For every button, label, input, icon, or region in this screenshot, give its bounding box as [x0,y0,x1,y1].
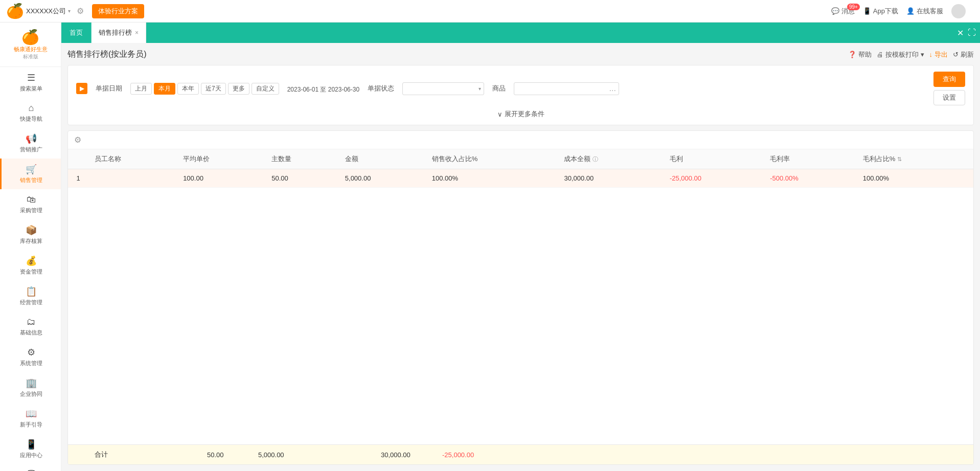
sidebar-item-finance-label: 资金管理 [20,268,42,276]
sidebar-item-marketing[interactable]: 📢 营销推广 [0,128,61,159]
guide-icon: 📖 [26,408,37,419]
trial-button[interactable]: 体验行业方案 [92,4,144,18]
date-prev-month[interactable]: 上月 [130,83,152,95]
purchase-icon: 🛍 [27,194,36,205]
footer-qty: 50.00 [207,451,258,459]
help-label: 帮助 [858,50,872,59]
sidebar-logo-text: 畅康通好生意 [14,46,48,53]
cell-gross-pct: 100.00% [857,169,973,188]
sidebar-item-enterprise-label: 企业协同 [20,390,42,398]
query-settings-group: 查询 设置 [933,72,965,105]
sidebar-item-system[interactable]: ⚙ 系统管理 [0,342,61,372]
refresh-label: 刷新 [961,50,974,59]
app-icon: 📱 [863,7,871,15]
date-more[interactable]: 更多 [228,83,249,95]
help-button[interactable]: ❓ 帮助 [848,50,872,59]
tab-home[interactable]: 首页 [61,23,92,43]
message-icon-wrapper[interactable]: 💬 消息 99+ [831,7,855,16]
sidebar-item-wechat[interactable]: 💬 企业微信 [0,464,61,471]
sidebar: 🍊 畅康通好生意 标准版 ☰ 搜索菜单 ⌂ 快捷导航 📢 营销推广 🛒 销售管理… [0,23,61,471]
col-gross-pct-label: 毛利占比% [863,155,896,163]
data-table: 员工名称 平均单价 主数量 金额 销售收入占比% 成本全额 ⓘ 毛利 [68,149,973,188]
export-button[interactable]: ↓ 导出 [929,50,948,59]
avatar[interactable] [951,4,966,18]
filter-right-group: 查询 设置 [929,72,965,105]
tab-sales-ranking[interactable]: 销售排行榜 × [92,23,146,43]
tab-bar: 首页 销售排行榜 × ✕ ⛶ [61,23,980,43]
table-row: 1 100.00 50.00 5,000.00 100.00% 30,000.0… [68,169,973,188]
table-toolbar-settings-icon[interactable]: ⚙ [74,135,81,145]
top-bar-right: 💬 消息 99+ 📱 App下载 👤 在线客服 [831,4,974,18]
tab-home-label: 首页 [70,28,83,37]
filter-settings-button[interactable]: 设置 [933,90,965,105]
sidebar-item-finance[interactable]: 💰 资金管理 [0,250,61,281]
col-rank [68,149,88,169]
status-label: 单据状态 [368,84,394,93]
expand-chevron: ∨ [497,110,503,118]
tab-close-icon[interactable]: × [135,29,139,36]
operations-icon: 📋 [26,286,37,297]
date-last7days[interactable]: 近7天 [201,83,226,95]
search-order-icon: ☰ [27,72,35,83]
sidebar-item-enterprise[interactable]: 🏢 企业协同 [0,372,61,403]
sidebar-item-guide[interactable]: 📖 新手引导 [0,403,61,434]
sidebar-logo-sub: 标准版 [23,53,38,60]
logo-icon: 🍊 [6,3,24,19]
cell-cost: 30,000.00 [558,169,663,188]
cell-gross: -25,000.00 [664,169,764,188]
gross-pct-sort-icon[interactable]: ⇅ [897,156,902,162]
tab-close-all-icon[interactable]: ✕ [957,28,964,38]
col-sales-pct-label: 销售收入占比% [432,155,478,163]
date-range: 2023-06-01 至 2023-06-30 [287,85,359,94]
status-select[interactable] [402,82,484,95]
sidebar-item-quick-nav[interactable]: ⌂ 快捷导航 [0,98,61,128]
company-selector[interactable]: 🍊 XXXXXX公司 ▾ [6,3,71,19]
sidebar-item-basic-info[interactable]: 🗂 基础信息 [0,311,61,342]
settings-icon[interactable]: ⚙ [77,6,84,16]
sidebar-logo-icon: 🍊 [21,29,39,46]
refresh-button[interactable]: ↺ 刷新 [953,50,974,59]
expand-label: 展开更多条件 [505,109,544,119]
date-this-month[interactable]: 本月 [154,83,175,95]
footer-cost: 30,000.00 [381,451,442,459]
print-label: 按模板打印 [885,50,919,59]
cell-sales-pct: 100.00% [426,169,558,188]
col-gross-rate: 毛利率 [764,149,856,169]
sidebar-item-guide-label: 新手引导 [20,421,42,429]
page-content: 销售排行榜(按业务员) ❓ 帮助 🖨 按模板打印 ▾ ↓ 导出 [61,43,980,471]
cell-amount: 5,000.00 [339,169,426,188]
enterprise-icon: 🏢 [26,377,37,389]
app-download[interactable]: 📱 App下载 [863,7,898,16]
tab-expand-icon[interactable]: ⛶ [968,28,976,37]
date-this-year[interactable]: 本年 [177,83,199,95]
print-button[interactable]: 🖨 按模板打印 ▾ [877,50,924,59]
online-service[interactable]: 👤 在线客服 [906,7,943,16]
sales-icon: 🛒 [26,164,37,175]
quick-nav-icon: ⌂ [29,103,34,114]
sidebar-item-sales-label: 销售管理 [20,176,42,184]
tab-bar-actions: ✕ ⛶ [957,28,980,38]
sidebar-item-sales[interactable]: 🛒 销售管理 [0,159,61,189]
cell-qty: 50.00 [265,169,339,188]
query-button[interactable]: 查询 [933,72,965,87]
cell-gross-rate: -500.00% [764,169,856,188]
goods-input-dots[interactable]: … [609,84,616,93]
export-icon: ↓ [929,51,933,58]
table-toolbar: ⚙ [68,131,973,149]
app-center-icon: 📱 [26,439,37,450]
filter-collapse-btn[interactable]: ▶ [76,83,87,94]
filter-row: ▶ 单据日期 上月 本月 本年 近7天 更多 自定义 2023-06-01 至 … [76,72,965,105]
expand-button[interactable]: ∨ 展开更多条件 [497,109,544,119]
sidebar-item-search-order[interactable]: ☰ 搜索菜单 [0,67,61,98]
goods-input-wrapper: … [514,82,619,95]
date-custom[interactable]: 自定义 [252,83,279,95]
sidebar-item-purchase[interactable]: 🛍 采购管理 [0,189,61,219]
sidebar-item-inventory[interactable]: 📦 库存核算 [0,219,61,250]
sidebar-item-operations[interactable]: 📋 经营管理 [0,281,61,311]
col-cost-label: 成本全额 [564,155,590,163]
cost-info-icon[interactable]: ⓘ [592,156,598,162]
cell-rank: 1 [68,169,88,188]
col-gross-pct: 毛利占比% ⇅ [857,149,973,169]
goods-input[interactable] [514,82,619,95]
sidebar-item-app-center[interactable]: 📱 应用中心 [0,434,61,464]
